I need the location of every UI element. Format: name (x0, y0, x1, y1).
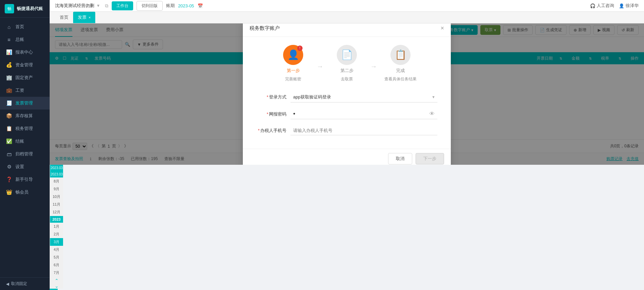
ai-service[interactable]: 🎧 人工咨询 (590, 3, 614, 9)
sidebar-item-inventory[interactable]: 📦 库存核算 (0, 110, 50, 122)
month-2[interactable]: 2月 (50, 230, 63, 238)
step-1: 👤 ! 第一步 完善账密 (270, 45, 317, 82)
phone-label: 办税人手机号 (256, 128, 286, 134)
arrow-2: → (370, 63, 377, 70)
phone-input[interactable] (290, 126, 437, 135)
guide-icon: ❓ (6, 176, 12, 183)
step2-sublabel: 去取票 (341, 76, 353, 82)
sidebar-label-assets: 固定资产 (15, 75, 33, 81)
sidebar-footer[interactable]: ◀ 取消固定 (0, 277, 50, 290)
sidebar-item-archive[interactable]: 🗃 归档管理 (0, 148, 50, 160)
step1-label: 第一步 (287, 68, 300, 74)
step1-badge: ! (297, 46, 303, 51)
dialog: 税务数字账户 × 👤 ! (243, 23, 451, 165)
sidebar-item-member[interactable]: 👑 畅会员 (0, 186, 50, 199)
dialog-header: 税务数字账户 × (243, 23, 451, 37)
expand-up-icon[interactable]: ⌃ (55, 278, 59, 283)
sidebar-label-invoice: 发票管理 (15, 100, 33, 106)
sidebar-label-settings: 设置 (15, 164, 24, 170)
tab-invoice-label: 发票 (78, 14, 87, 20)
settle-icon: ✅ (6, 138, 12, 144)
login-method-select[interactable]: app获取验证码登录 ▾ (290, 92, 437, 102)
dialog-footer: 取消 下一步 (243, 149, 451, 165)
sidebar-item-settings[interactable]: ⚙ 设置 (0, 160, 50, 173)
month-1[interactable]: 1月 (50, 223, 63, 230)
password-value: • (293, 111, 295, 118)
sidebar-item-home[interactable]: ⌂ 首页 (0, 20, 50, 33)
ledger-icon: ≡ (6, 37, 12, 43)
open-date-label: 开票日期 (51, 289, 56, 290)
month-5[interactable]: 5月 (50, 253, 63, 261)
archive-icon: 🗃 (6, 151, 12, 157)
login-method-value: app获取验证码登录 (293, 94, 331, 100)
switch-version-button[interactable]: 切到旧版 (137, 1, 163, 11)
sidebar-item-reports[interactable]: 📊 报表中心 (0, 46, 50, 59)
sidebar-footer-label: 取消固定 (11, 281, 27, 287)
calendar-icon[interactable]: 📅 (198, 3, 203, 8)
step2-icon: 📄 (341, 49, 353, 60)
sidebar-label-tax: 税务管理 (15, 126, 33, 132)
logo-text: 畅捷通易代账 (17, 6, 43, 12)
period-item-2[interactable]: 2023.03 (50, 171, 63, 177)
month-9[interactable]: 9月 (50, 185, 63, 193)
step3-sublabel: 查看具体任务结果 (384, 76, 417, 82)
password-row: 网报密码 • 👁 (256, 109, 437, 119)
month-3[interactable]: 3月 (50, 238, 63, 246)
phone-row: 办税人手机号 (256, 126, 437, 135)
open-date-panel[interactable]: 开票日期 (50, 289, 58, 290)
home-icon: ⌂ (6, 24, 12, 30)
period-label: 账期 (166, 3, 175, 9)
sidebar-item-assets[interactable]: 🏢 固定资产 (0, 71, 50, 84)
sidebar-item-funds[interactable]: 💰 资金管理 (0, 59, 50, 71)
dialog-close-button[interactable]: × (440, 25, 444, 32)
sidebar-menu: ⌂ 首页 ≡ 总账 📊 报表中心 💰 资金管理 🏢 固定资产 💼 工资 🧾 发票… (0, 18, 50, 277)
payroll-icon: 💼 (6, 87, 12, 93)
month-10[interactable]: 10月 (50, 193, 63, 201)
workspace-button[interactable]: 工作台 (112, 1, 133, 10)
company-selector[interactable]: 沈海芙测试经营勿删 ▼ (55, 3, 100, 9)
sidebar-item-ledger[interactable]: ≡ 总账 (0, 33, 50, 46)
sidebar-item-tax[interactable]: 📋 税务管理 (0, 122, 50, 135)
next-button[interactable]: 下一步 (416, 153, 444, 164)
member-icon: 👑 (6, 189, 12, 195)
step3-icon-wrap: 📋 (390, 45, 411, 65)
year-2023[interactable]: 2023 (50, 216, 63, 223)
cancel-button[interactable]: 取消 (388, 153, 412, 164)
month-11[interactable]: 11月 (50, 201, 63, 208)
sidebar-label-settle: 结账 (15, 138, 24, 144)
sidebar: 畅 畅捷通易代账 ⌂ 首页 ≡ 总账 📊 报表中心 💰 资金管理 🏢 固定资产 … (0, 0, 50, 290)
period-value: 2023-05 (178, 3, 194, 8)
period-item-1[interactable]: 2023.03 (50, 165, 63, 171)
user-name: 徐泽华 (626, 3, 639, 9)
sidebar-label-home: 首页 (15, 24, 24, 30)
form: 登录方式 app获取验证码登录 ▾ 网报密码 • (256, 92, 437, 135)
inventory-icon: 📦 (6, 113, 12, 119)
pin-icon: ◀ (6, 282, 9, 286)
eye-toggle-icon[interactable]: 👁 (429, 111, 435, 117)
company-name: 沈海芙测试经营勿删 (55, 3, 94, 9)
login-method-row: 登录方式 app获取验证码登录 ▾ (256, 92, 437, 102)
tab-close-icon[interactable]: × (89, 15, 91, 19)
copy-icon[interactable]: ⧉ (105, 3, 108, 9)
header-right: 🎧 人工咨询 👤 徐泽华 (590, 3, 639, 9)
sidebar-item-invoice[interactable]: 🧾 发票管理 (0, 97, 50, 110)
sidebar-item-guide[interactable]: ❓ 新手引导 (0, 173, 50, 186)
month-12[interactable]: 12月 (50, 208, 63, 216)
month-6[interactable]: 6月 (50, 261, 63, 269)
modal-overlay: 税务数字账户 × 👤 ! (50, 23, 644, 165)
month-7[interactable]: 7月 (50, 269, 63, 277)
sidebar-item-payroll[interactable]: 💼 工资 (0, 84, 50, 97)
tab-home[interactable]: 首页 (55, 12, 73, 23)
month-4[interactable]: 4月 (50, 246, 63, 253)
month-8[interactable]: 8月 (50, 177, 63, 185)
reports-icon: 📊 (6, 49, 12, 55)
main-area: 沈海芙测试经营勿删 ▼ ⧉ 工作台 切到旧版 账期 2023-05 📅 🎧 人工… (50, 0, 644, 290)
step1-icon-wrap: 👤 ! (283, 45, 303, 65)
user-avatar[interactable]: 👤 徐泽华 (619, 3, 639, 9)
sidebar-item-settle[interactable]: ✅ 结账 (0, 135, 50, 148)
dialog-body: 👤 ! 第一步 完善账密 → 📄 (243, 37, 451, 149)
expand-down-icon[interactable]: ⌄ (55, 283, 59, 289)
tab-invoice[interactable]: 发票 × (73, 12, 95, 23)
user-icon: 👤 (619, 3, 624, 8)
step3-label: 完成 (396, 68, 405, 74)
